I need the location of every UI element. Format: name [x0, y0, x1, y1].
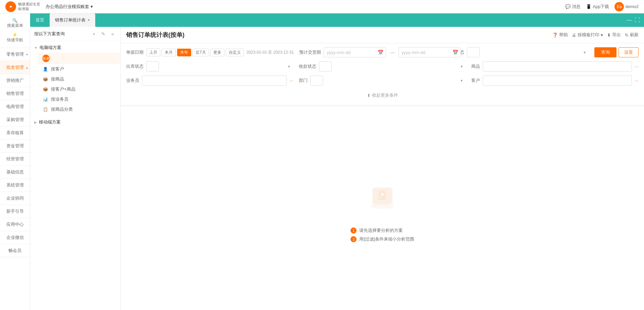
- date-quick-buttons: 上月 本月 本年 近7天 更多 自定义: [146, 49, 244, 56]
- delivery-date-from[interactable]: [324, 47, 386, 57]
- user-area[interactable]: Ea demo2: [614, 2, 639, 11]
- quick-nav-item[interactable]: ⚡ 快捷导航: [0, 31, 30, 45]
- sidebar-item-wholesale[interactable]: 批发管理 ▴: [0, 61, 30, 74]
- template-print-button[interactable]: 🖨 按模板打印 ▾: [572, 32, 603, 38]
- settings-button[interactable]: 设置: [619, 47, 639, 57]
- tab-bar: 首页 销售订单统计表 × — ⛶: [30, 13, 644, 27]
- goods-icon: 📦: [42, 76, 48, 82]
- sidebar-item-system[interactable]: 系统管理: [0, 179, 30, 192]
- left-panel-title: 按以下方案查询: [34, 31, 65, 37]
- date-range-display: 2023-01-01 至 2023-12-31: [247, 50, 294, 55]
- btn-custom-date[interactable]: 自定义: [226, 49, 244, 56]
- sidebar-item-appstore[interactable]: 应用中心: [0, 218, 30, 231]
- content-header: 销售订单统计表(按单) ❓ 帮助 🖨 按模板打印 ▾: [121, 27, 644, 43]
- sidebar-item-label: 应用中心: [6, 221, 24, 227]
- close-tab-icon[interactable]: ×: [88, 18, 90, 22]
- help-button[interactable]: ❓ 帮助: [552, 32, 568, 38]
- search-icon: 🔍: [12, 18, 17, 23]
- salesman-more-icon[interactable]: ···: [289, 78, 293, 83]
- sidebar-item-guide[interactable]: 新手引导: [0, 205, 30, 218]
- filter-row-3: 业务员 ··· 部门: [126, 75, 639, 86]
- message-action[interactable]: 💬 消息: [565, 4, 581, 10]
- mobile-section-header[interactable]: ▶ 移动端方案: [30, 117, 120, 127]
- refresh-button[interactable]: ↻ 刷新: [625, 32, 639, 38]
- sidebar-item-label: 库存核算: [6, 130, 24, 136]
- sidebar-item-label: 营销推广: [6, 78, 24, 84]
- logo-icon: [5, 1, 16, 12]
- scheme-item-by-goods[interactable]: 📦 按商品: [38, 74, 120, 84]
- main-layout: 🔍 搜索菜单 ⚡ 快捷导航 零售管理 ▾ 批发管理 ▴ 营销推广 销售管理 电商…: [0, 13, 644, 310]
- tab-actions: — ⛶: [627, 17, 644, 23]
- tab-home[interactable]: 首页: [30, 13, 50, 27]
- sidebar-item-label: 基础信息: [6, 169, 24, 175]
- salesman-input[interactable]: [142, 75, 287, 86]
- btn-last-month[interactable]: 上月: [146, 49, 160, 56]
- sidebar-item-operations[interactable]: 经营管理: [0, 153, 30, 166]
- sidebar-item-label: 销售管理: [6, 91, 24, 97]
- sidebar-item-collaboration[interactable]: 企业协同: [0, 192, 30, 205]
- department-filter-group: 部门: [299, 75, 466, 86]
- collapse-filters-button[interactable]: ⬆ 收起更多条件: [126, 90, 639, 101]
- expand-arrow-icon: ▼: [34, 46, 38, 50]
- btn-this-year[interactable]: 本年: [177, 49, 191, 56]
- scheme-item-by-salesman[interactable]: 📊 按业务员: [38, 94, 120, 104]
- search-menu-item[interactable]: 🔍 搜索菜单: [0, 16, 30, 31]
- order-status-select[interactable]: [467, 47, 480, 57]
- sidebar-item-enterprise-wechat[interactable]: 企业微信: [0, 231, 30, 244]
- help-icon: ❓: [552, 33, 558, 38]
- sidebar-item-purchase[interactable]: 采购管理: [0, 113, 30, 126]
- customer-input[interactable]: [483, 75, 632, 86]
- tab-sales-order-stats[interactable]: 销售订单统计表 ×: [50, 13, 95, 27]
- sidebar-item-inventory[interactable]: 库存核算: [0, 126, 30, 140]
- mobile-section-label: 移动端方案: [39, 119, 61, 125]
- scheme-item-by-category[interactable]: 📋 按商品分类: [38, 104, 120, 114]
- search-button[interactable]: 查询: [594, 47, 616, 57]
- sidebar-item-member[interactable]: 畅会员: [0, 244, 30, 257]
- maximize-icon[interactable]: ⛶: [635, 17, 640, 23]
- btn-more-dates[interactable]: 更多: [210, 49, 224, 56]
- scheme-item-by-customer-goods[interactable]: 📦 按客户+商品: [38, 84, 120, 94]
- salesman-label: 业务员: [126, 78, 139, 84]
- delivery-date-label: 预计交货期: [299, 49, 321, 55]
- collapse-panel-button[interactable]: «: [109, 30, 116, 38]
- btn-last-7days[interactable]: 近7天: [193, 49, 209, 56]
- delivery-date-from-wrapper: 📅: [324, 47, 386, 57]
- minimize-icon[interactable]: —: [627, 17, 632, 23]
- sidebar-item-sales[interactable]: 销售管理: [0, 87, 30, 100]
- sidebar-item-marketing[interactable]: 营销推广: [0, 74, 30, 87]
- pc-section-header[interactable]: ▼ 电脑端方案: [30, 43, 120, 53]
- customer-more-icon[interactable]: ···: [635, 78, 639, 83]
- scheme-item-by-order[interactable]: 按单: [38, 53, 120, 64]
- btn-this-month[interactable]: 本月: [162, 49, 176, 56]
- quick-nav-icon: ⚡: [12, 33, 17, 37]
- scheme-item-by-customer[interactable]: 👤 按客户: [38, 64, 120, 74]
- sidebar-item-label: 批发管理: [6, 64, 24, 70]
- department-select[interactable]: [310, 75, 323, 86]
- delivery-date-to[interactable]: [398, 47, 461, 57]
- delivery-status-select[interactable]: [146, 61, 159, 71]
- receipt-status-select[interactable]: [319, 61, 332, 71]
- export-button[interactable]: ⬇ 导出: [607, 32, 621, 38]
- sidebar-item-label: 资金管理: [6, 143, 24, 149]
- goods-input[interactable]: [483, 61, 632, 71]
- empty-state-steps: 1 请先选择要分析的方案 2 用[过滤]条件来缩小分析范围: [351, 227, 414, 242]
- app-download-action[interactable]: 📱 App下载: [586, 4, 609, 10]
- sidebar-item-label: 电商管理: [6, 104, 24, 110]
- expand-arrow-icon2: ▶: [34, 120, 37, 124]
- date-filter-group: 单据日期 上月 本月 本年 近7天 更多 自定义 2023-01-01 至 20…: [126, 49, 294, 56]
- message-icon: 💬: [565, 4, 571, 9]
- sidebar-item-basic-info[interactable]: 基础信息: [0, 166, 30, 179]
- add-scheme-button[interactable]: +: [90, 30, 98, 38]
- delivery-status-select-wrapper: [146, 61, 293, 71]
- print-icon: 🖨: [572, 33, 576, 38]
- empty-state: 1 请先选择要分析的方案 2 用[过滤]条件来缩小分析范围: [121, 106, 644, 310]
- sidebar-item-ecommerce[interactable]: 电商管理: [0, 100, 30, 113]
- company-selector[interactable]: 办公用品行业模拟账套 ▾: [43, 4, 96, 10]
- delivery-status-group: 出库状态: [126, 61, 293, 71]
- goods-more-icon[interactable]: ···: [635, 64, 639, 69]
- sidebar-item-finance[interactable]: 资金管理: [0, 140, 30, 153]
- sidebar-item-retail[interactable]: 零售管理 ▾: [0, 48, 30, 61]
- top-bar-right: 💬 消息 📱 App下载 Ea demo2: [565, 2, 639, 11]
- sidebar-item-label: 采购管理: [6, 117, 24, 123]
- edit-scheme-button[interactable]: ✎: [100, 30, 107, 38]
